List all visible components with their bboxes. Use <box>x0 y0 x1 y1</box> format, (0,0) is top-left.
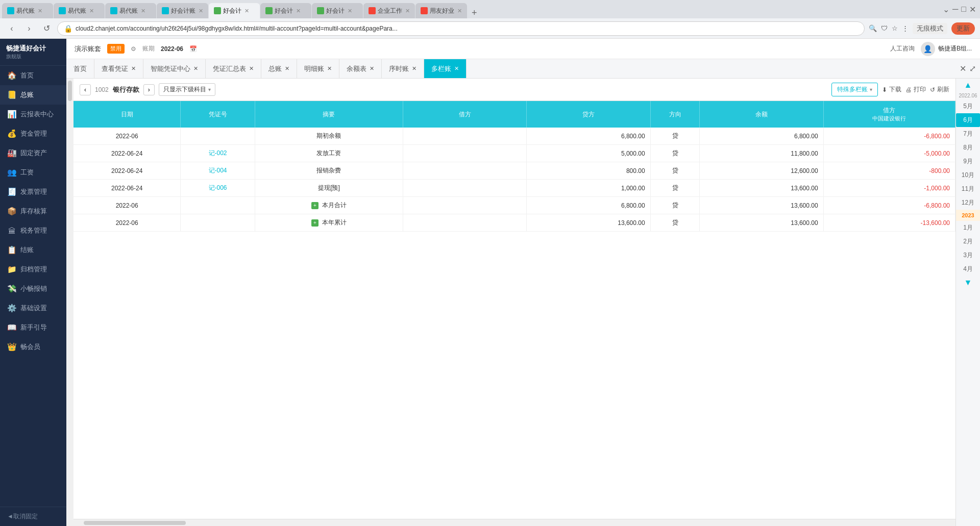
calendar-month-apr-2023[interactable]: 4月 <box>956 262 980 276</box>
browser-tab-8[interactable]: 企业工作 ✕ <box>363 3 415 18</box>
browser-tab-5[interactable]: 好会计 ✕ <box>209 3 260 18</box>
sidebar-item-ledger[interactable]: 📒 总账 <box>0 85 66 105</box>
maximize-icon[interactable]: □ <box>961 5 966 14</box>
tab-close-5[interactable]: ✕ <box>244 8 249 14</box>
scroll-thumb[interactable] <box>68 81 72 101</box>
browser-tab-3[interactable]: 易代账 ✕ <box>105 3 156 18</box>
calendar-down-arrow[interactable]: ▼ <box>956 276 980 289</box>
add-tab-button[interactable]: + <box>468 8 481 18</box>
tab-close-3[interactable]: ✕ <box>141 8 145 14</box>
tab-close-view-voucher[interactable]: ✕ <box>131 65 136 72</box>
sidebar-item-closing[interactable]: 📋 结账 <box>0 240 66 260</box>
expand-panel-icon[interactable]: ⤢ <box>969 64 976 73</box>
sidebar-unpin-button[interactable]: ◄取消固定 <box>0 507 66 526</box>
calendar-icon[interactable]: 📅 <box>189 45 197 53</box>
calendar-month-jun[interactable]: 6月 <box>956 113 980 127</box>
sidebar-item-settings[interactable]: ⚙️ 基础设置 <box>0 298 66 318</box>
close-panel-icon[interactable]: ✕ <box>960 64 966 73</box>
h-scroll-thumb[interactable] <box>84 521 186 525</box>
tab-balance[interactable]: 余额表 ✕ <box>339 59 382 79</box>
settings-gear-icon[interactable]: ⚙ <box>131 45 136 53</box>
browser-tab-4[interactable]: 好会计账 ✕ <box>157 3 208 18</box>
tab-smart-voucher[interactable]: 智能凭证中心 ✕ <box>143 59 206 79</box>
browser-tab-1[interactable]: 易代账 ✕ <box>2 3 53 18</box>
prev-account-button[interactable]: ‹ <box>80 84 91 95</box>
back-button[interactable]: ‹ <box>5 22 18 35</box>
tab-general-ledger[interactable]: 总账 ✕ <box>261 59 297 79</box>
cell-voucher-2[interactable]: 记-004 <box>181 162 255 180</box>
tab-close-sequence-ledger[interactable]: ✕ <box>412 65 416 72</box>
browser-tab-2[interactable]: 易代账 ✕ <box>54 3 105 18</box>
update-button[interactable]: 更新 <box>951 22 975 35</box>
sidebar-item-archive[interactable]: 📁 归档管理 <box>0 260 66 279</box>
tab-voucher-summary[interactable]: 凭证汇总表 ✕ <box>206 59 261 79</box>
tab-close-general-ledger[interactable]: ✕ <box>285 65 289 72</box>
star-icon[interactable]: ☆ <box>892 24 898 32</box>
sidebar-item-invoice[interactable]: 🧾 发票管理 <box>0 182 66 202</box>
summary-icon-year: + <box>311 219 318 227</box>
calendar-month-jan-2023[interactable]: 1月 <box>956 221 980 235</box>
url-bar[interactable]: 🔒 cloud2.chanjet.com/accounting/uh26t264… <box>57 21 865 36</box>
account-filter-dropdown[interactable]: 只显示下级科目 ▾ <box>159 83 215 96</box>
tab-close-2[interactable]: ✕ <box>89 8 94 14</box>
tab-close-balance[interactable]: ✕ <box>370 65 374 72</box>
next-account-button[interactable]: › <box>143 84 155 95</box>
sidebar-item-inventory[interactable]: 📦 库存核算 <box>0 202 66 221</box>
tab-close-multi-column[interactable]: ✕ <box>454 65 459 72</box>
sidebar-item-vip[interactable]: 👑 畅会员 <box>0 337 66 357</box>
tab-view-voucher[interactable]: 查看凭证 ✕ <box>94 59 143 79</box>
calendar-month-sep[interactable]: 9月 <box>956 155 980 168</box>
refresh-browser-button[interactable]: ↺ <box>40 22 53 35</box>
download-button[interactable]: ⬇ 下载 <box>882 85 901 94</box>
shield-icon[interactable]: 🛡 <box>881 24 888 32</box>
print-button[interactable]: 🖨 打印 <box>905 85 926 94</box>
sidebar-item-assets[interactable]: 🏭 固定资产 <box>0 143 66 163</box>
sidebar-item-reports[interactable]: 📊 云报表中心 <box>0 105 66 124</box>
tab-close-6[interactable]: ✕ <box>296 8 301 14</box>
search-icon[interactable]: 🔍 <box>869 24 877 32</box>
sidebar-item-home[interactable]: 🏠 首页 <box>0 66 66 85</box>
tab-close-voucher-summary[interactable]: ✕ <box>249 65 254 72</box>
table-scroll-area[interactable]: 日期 凭证号 摘要 借方 贷方 方向 余额 借方 中国建 <box>74 101 955 519</box>
calendar-month-nov[interactable]: 11月 <box>956 182 980 196</box>
tab-close-detail-ledger[interactable]: ✕ <box>327 65 332 72</box>
calendar-month-jul[interactable]: 7月 <box>956 127 980 141</box>
minimize-icon[interactable]: ─ <box>952 5 958 14</box>
sidebar-item-tax[interactable]: 🏛 税务管理 <box>0 221 66 240</box>
calendar-month-dec[interactable]: 12月 <box>956 196 980 210</box>
tab-close-8[interactable]: ✕ <box>405 8 410 14</box>
tab-close-4[interactable]: ✕ <box>199 8 203 14</box>
calendar-month-feb-2023[interactable]: 2月 <box>956 235 980 248</box>
tab-close-9[interactable]: ✕ <box>457 8 462 14</box>
cell-voucher-1[interactable]: 记-002 <box>181 145 255 162</box>
calendar-month-aug[interactable]: 8月 <box>956 141 980 155</box>
sidebar-item-salary[interactable]: 👥 工资 <box>0 163 66 182</box>
tab-close-1[interactable]: ✕ <box>38 8 42 14</box>
browser-tab-6[interactable]: 好会计 ✕ <box>260 3 311 18</box>
browser-menu-icon[interactable]: ⋮ <box>902 24 909 32</box>
tab-detail-ledger[interactable]: 明细账 ✕ <box>297 59 339 79</box>
tab-sequence-ledger[interactable]: 序时账 ✕ <box>382 59 424 79</box>
tab-close-7[interactable]: ✕ <box>348 8 352 14</box>
tab-close-smart-voucher[interactable]: ✕ <box>193 65 198 72</box>
calendar-month-may[interactable]: 5月 <box>956 99 980 113</box>
tab-home[interactable]: 首页 <box>66 59 94 79</box>
refresh-table-button[interactable]: ↺ 刷新 <box>930 85 949 94</box>
browser-tab-7[interactable]: 好会计 ✕ <box>312 3 363 18</box>
calendar-month-mar-2023[interactable]: 3月 <box>956 248 980 262</box>
special-multi-button[interactable]: 特殊多栏账 ▾ <box>831 83 878 96</box>
tab-multi-column[interactable]: 多栏账 ✕ <box>424 59 467 79</box>
consult-button[interactable]: 人工咨询 <box>890 44 915 53</box>
sidebar-item-funds[interactable]: 💰 资金管理 <box>0 124 66 143</box>
horizontal-scrollbar[interactable] <box>74 519 955 526</box>
calendar-up-arrow[interactable]: ▲ <box>956 79 980 92</box>
sidebar-item-expense[interactable]: 💸 小畅报销 <box>0 279 66 298</box>
vip-icon: 👑 <box>7 342 16 352</box>
forward-button[interactable]: › <box>22 22 36 35</box>
sidebar-item-guide[interactable]: 📖 新手引导 <box>0 318 66 337</box>
calendar-month-oct[interactable]: 10月 <box>956 168 980 182</box>
tab-list-icon[interactable]: ⌄ <box>943 5 949 14</box>
browser-tab-9[interactable]: 用友好业 ✕ <box>415 3 467 18</box>
cell-voucher-3[interactable]: 记-006 <box>181 180 255 197</box>
window-close-icon[interactable]: ✕ <box>969 5 976 14</box>
